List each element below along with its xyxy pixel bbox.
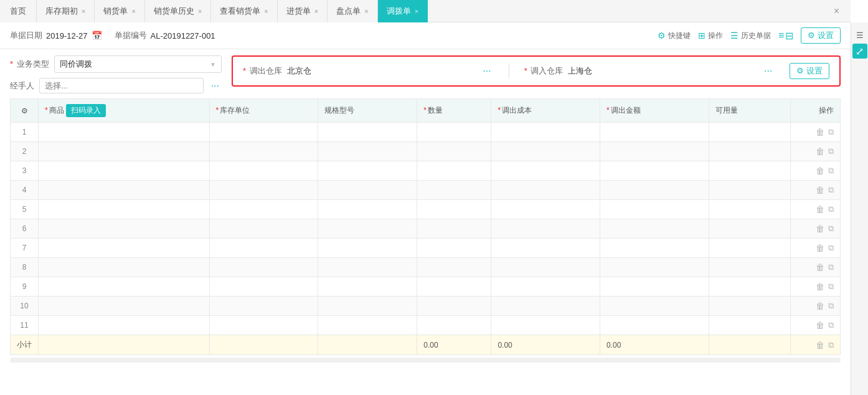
cell-spec[interactable]: [318, 219, 417, 239]
copy-icon[interactable]: ⧉: [828, 262, 834, 272]
handler-more-button[interactable]: ···: [209, 80, 222, 92]
cell-spec[interactable]: [318, 297, 417, 316]
shortcut-action[interactable]: ⚙ 快捷键: [658, 31, 691, 41]
copy-icon[interactable]: ⧉: [828, 243, 834, 253]
sidebar-expand-icon[interactable]: ⤢: [852, 44, 867, 59]
cell-spec[interactable]: [318, 142, 417, 161]
cell-out-amount[interactable]: [600, 161, 709, 181]
cell-unit[interactable]: [209, 123, 318, 142]
copy-icon[interactable]: ⧉: [828, 301, 834, 311]
cell-unit[interactable]: [209, 277, 318, 297]
cell-spec[interactable]: [318, 239, 417, 258]
copy-icon[interactable]: ⧉: [828, 146, 834, 156]
tab-close-inventory-check[interactable]: ×: [364, 7, 368, 15]
subtotal-delete-icon[interactable]: 🗑: [816, 340, 824, 350]
window-close-icon[interactable]: ×: [829, 3, 844, 19]
cell-qty[interactable]: [417, 142, 491, 161]
tab-sales-history[interactable]: 销货单历史 ×: [145, 0, 211, 22]
warehouse-setting-button[interactable]: ⚙ 设置: [790, 63, 829, 79]
cell-qty[interactable]: [417, 181, 491, 200]
cell-out-cost[interactable]: [491, 258, 600, 277]
cell-spec[interactable]: [318, 277, 417, 297]
cell-qty[interactable]: [417, 219, 491, 239]
cell-out-amount[interactable]: [600, 142, 709, 161]
cell-spec[interactable]: [318, 258, 417, 277]
cell-out-cost[interactable]: [491, 181, 600, 200]
tab-sales-order[interactable]: 销货单 ×: [95, 0, 144, 22]
tab-close-inventory-init[interactable]: ×: [82, 7, 85, 15]
cell-out-cost[interactable]: [491, 219, 600, 239]
delete-icon[interactable]: 🗑: [816, 301, 824, 311]
cell-product[interactable]: [39, 239, 210, 258]
cell-out-amount[interactable]: [600, 316, 709, 335]
business-type-select[interactable]: 同价调拨 ▼: [54, 55, 222, 73]
cell-qty[interactable]: [417, 200, 491, 219]
cell-out-cost[interactable]: [491, 200, 600, 219]
cell-qty[interactable]: [417, 258, 491, 277]
handler-input[interactable]: [39, 78, 204, 93]
copy-icon[interactable]: ⧉: [828, 224, 834, 234]
cell-out-cost[interactable]: [491, 277, 600, 297]
copy-icon[interactable]: ⧉: [828, 166, 834, 176]
setting-button[interactable]: ⚙ 设置: [801, 27, 841, 44]
cell-qty[interactable]: [417, 239, 491, 258]
cell-available[interactable]: [709, 200, 791, 219]
tab-purchase-order[interactable]: 进货单 ×: [278, 0, 328, 22]
cell-product[interactable]: [39, 258, 210, 277]
tab-home[interactable]: 首页: [0, 0, 37, 22]
copy-icon[interactable]: ⧉: [828, 204, 834, 214]
cell-unit[interactable]: [209, 219, 318, 239]
cell-unit[interactable]: [209, 258, 318, 277]
cell-unit[interactable]: [209, 142, 318, 161]
cell-available[interactable]: [709, 297, 791, 316]
cell-qty[interactable]: [417, 161, 491, 181]
cell-out-amount[interactable]: [600, 200, 709, 219]
cell-product[interactable]: [39, 200, 210, 219]
delete-icon[interactable]: 🗑: [816, 262, 824, 272]
copy-icon[interactable]: ⧉: [828, 127, 834, 137]
cell-out-amount[interactable]: [600, 277, 709, 297]
tab-close-transfer-order[interactable]: ×: [415, 7, 418, 15]
cell-spec[interactable]: [318, 161, 417, 181]
tab-close-sales-history[interactable]: ×: [198, 7, 202, 15]
tab-close-purchase-order[interactable]: ×: [314, 7, 318, 15]
cell-available[interactable]: [709, 181, 791, 200]
operation-action[interactable]: ⊞ 操作: [698, 31, 723, 41]
cell-out-amount[interactable]: [600, 297, 709, 316]
sidebar-list-icon[interactable]: ☰: [852, 27, 867, 42]
cell-unit[interactable]: [209, 200, 318, 219]
horizontal-scrollbar[interactable]: [10, 358, 841, 363]
cell-spec[interactable]: [318, 123, 417, 142]
delete-icon[interactable]: 🗑: [816, 146, 824, 156]
copy-icon[interactable]: ⧉: [828, 320, 834, 330]
tab-close-view-sales[interactable]: ×: [264, 7, 268, 15]
cell-product[interactable]: [39, 316, 210, 335]
cell-out-cost[interactable]: [491, 142, 600, 161]
cell-available[interactable]: [709, 161, 791, 181]
cell-available[interactable]: [709, 142, 791, 161]
cell-product[interactable]: [39, 161, 210, 181]
delete-icon[interactable]: 🗑: [816, 185, 824, 195]
cell-product[interactable]: [39, 277, 210, 297]
cell-out-cost[interactable]: [491, 123, 600, 142]
history-action[interactable]: ☰ 历史单据: [730, 31, 771, 41]
delete-icon[interactable]: 🗑: [816, 127, 824, 137]
delete-icon[interactable]: 🗑: [816, 282, 824, 292]
cell-product[interactable]: [39, 142, 210, 161]
cell-out-amount[interactable]: [600, 258, 709, 277]
cell-available[interactable]: [709, 258, 791, 277]
tab-inventory-init[interactable]: 库存期初 ×: [37, 0, 95, 22]
cell-out-cost[interactable]: [491, 297, 600, 316]
cell-available[interactable]: [709, 239, 791, 258]
copy-icon[interactable]: ⧉: [828, 185, 834, 195]
cell-qty[interactable]: [417, 316, 491, 335]
cell-available[interactable]: [709, 123, 791, 142]
cell-out-amount[interactable]: [600, 219, 709, 239]
cell-unit[interactable]: [209, 239, 318, 258]
delete-icon[interactable]: 🗑: [816, 166, 824, 176]
cell-unit[interactable]: [209, 316, 318, 335]
cell-available[interactable]: [709, 277, 791, 297]
cell-product[interactable]: [39, 123, 210, 142]
scan-button[interactable]: 扫码录入: [66, 104, 106, 117]
cell-out-cost[interactable]: [491, 161, 600, 181]
